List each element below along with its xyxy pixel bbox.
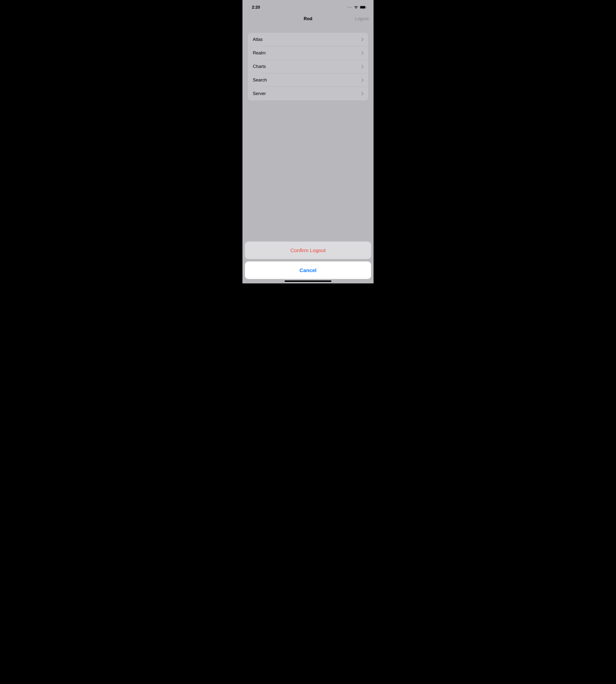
list-item-atlas[interactable]: Atlas xyxy=(248,33,368,46)
menu-list: Atlas Realm Charts Search Server xyxy=(248,33,368,100)
status-right xyxy=(347,6,367,9)
status-time: 2:20 xyxy=(252,5,260,10)
cancel-button[interactable]: Cancel xyxy=(245,261,371,279)
list-item-label: Search xyxy=(253,77,267,83)
list-item-search[interactable]: Search xyxy=(248,73,368,87)
confirm-logout-button[interactable]: Confirm Logout xyxy=(245,242,371,259)
chevron-right-icon xyxy=(361,65,364,68)
chevron-right-icon xyxy=(361,51,364,55)
list-item-server[interactable]: Server xyxy=(248,87,368,100)
nav-bar: Rod Logout xyxy=(242,12,374,26)
list-item-charts[interactable]: Charts xyxy=(248,60,368,73)
phone-screen: 2:20 Rod Logout Atla xyxy=(242,0,374,283)
list-item-label: Atlas xyxy=(253,37,263,42)
svg-rect-2 xyxy=(366,7,367,8)
page-title: Rod xyxy=(304,16,312,21)
wifi-icon xyxy=(354,6,358,9)
chevron-right-icon xyxy=(361,92,364,95)
list-item-label: Server xyxy=(253,91,266,96)
home-indicator[interactable] xyxy=(285,280,331,282)
list-item-realm[interactable]: Realm xyxy=(248,46,368,60)
list-item-label: Realm xyxy=(253,50,266,55)
logout-button[interactable]: Logout xyxy=(355,16,369,21)
action-sheet: Confirm Logout Cancel xyxy=(245,242,371,279)
signal-dots-icon xyxy=(347,7,352,8)
chevron-right-icon xyxy=(361,78,364,82)
svg-rect-1 xyxy=(360,6,365,8)
status-bar: 2:20 xyxy=(242,0,374,12)
battery-icon xyxy=(360,6,367,9)
chevron-right-icon xyxy=(361,38,364,41)
list-item-label: Charts xyxy=(253,64,266,69)
action-sheet-group: Confirm Logout xyxy=(245,242,371,259)
